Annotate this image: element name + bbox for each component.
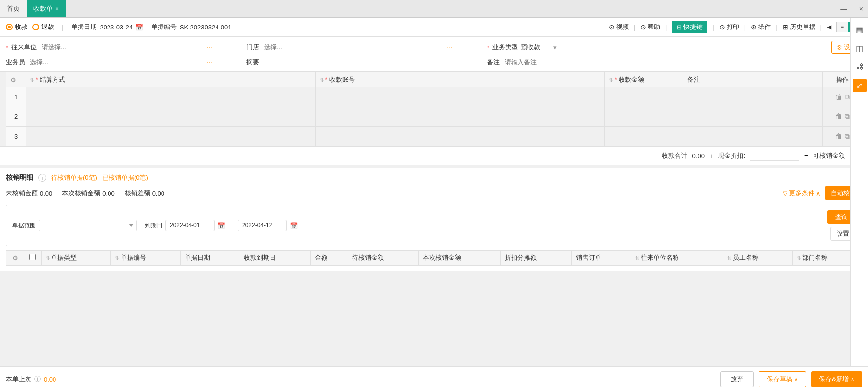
partner-input[interactable] [40, 42, 203, 52]
row-1-remark[interactable] [683, 87, 823, 107]
remark-input[interactable] [503, 57, 862, 67]
select-all-checkbox[interactable] [29, 254, 36, 260]
bottom-col-date: 单据日期 [180, 251, 240, 266]
print-label: 打印 [727, 23, 739, 31]
partner-ellipsis[interactable]: ··· [206, 43, 212, 51]
main-table-area: ⚙ ⇅ * 结算方式 ⇅ * 收款账号 ⇅ * 收款金额 [0, 72, 868, 146]
shortcut-label: 快捷键 [683, 23, 703, 31]
row-3-copy-icon[interactable]: ⧉ [845, 132, 850, 140]
more-conditions-btn[interactable]: ▽ 更多条件 ∧ [783, 189, 821, 197]
done-tab-label: 已核销单据(0笔) [102, 173, 148, 182]
row-1-copy-icon[interactable]: ⧉ [845, 93, 850, 101]
video-btn[interactable]: ⊙ 视频 [609, 23, 629, 31]
date-cal-icon-1[interactable]: 📅 [217, 222, 225, 229]
date-field: 单据日期 2023-03-24 📅 [71, 23, 143, 31]
due-date-label: 到期日 [145, 222, 163, 230]
store-ellipsis[interactable]: ··· [447, 43, 453, 51]
col-staff-label: 员工名称 [733, 254, 759, 261]
diff-stat: 核销差额 0.00 [125, 189, 164, 197]
row-2-amount[interactable] [605, 107, 683, 127]
radio-receipt[interactable]: 收款 [6, 23, 27, 31]
this-hx-stat: 本次核销金额 0.00 [62, 189, 114, 197]
bottom-col-order: 销售订单 [571, 251, 631, 266]
view-list-btn[interactable]: ≡ [836, 22, 848, 32]
radio-refund-label: 退款 [41, 23, 54, 31]
abandon-button[interactable]: 放弃 [720, 371, 754, 387]
row-1-account[interactable] [315, 87, 605, 107]
row-2-settlement[interactable] [26, 107, 316, 127]
staff-label: 业务员 [6, 58, 25, 67]
tab-home[interactable]: 首页 [0, 0, 27, 17]
window-minimize[interactable]: — [840, 5, 847, 13]
row-2-copy-icon[interactable]: ⧉ [845, 112, 850, 121]
print-btn[interactable]: ⊙ 打印 [719, 23, 739, 31]
row-3-amount[interactable] [605, 127, 683, 146]
date-cal-icon-2[interactable]: 📅 [290, 222, 298, 229]
table-settings-header: ⚙ [6, 72, 26, 87]
table-row: 1 🗑 ⧉ [6, 87, 862, 107]
date-from-input[interactable] [165, 220, 215, 231]
date-picker-icon[interactable]: 📅 [136, 24, 143, 31]
col-remark-header: 备注 [683, 72, 823, 87]
date-to-input[interactable] [238, 220, 287, 231]
window-maximize[interactable]: □ [851, 5, 855, 13]
filter-container: 单据范围 到期日 📅 — 📅 查询 设置 [6, 205, 862, 246]
this-hx-value: 0.00 [102, 190, 114, 197]
range-select[interactable] [39, 220, 137, 231]
save-draft-button[interactable]: 保存草稿 ∧ [759, 371, 806, 387]
tab-receipt-close[interactable]: × [55, 5, 59, 12]
col-amount-header: ⇅ * 收款金额 [605, 72, 683, 87]
this-order-value: 0.00 [44, 376, 56, 383]
discount-input[interactable] [750, 151, 799, 161]
pending-tab[interactable]: 待核销单据(0笔) [51, 173, 97, 182]
col-due-date-label: 收款到期日 [244, 254, 276, 261]
table-row: 3 🗑 ⧉ [6, 127, 862, 146]
history-btn[interactable]: ⊞ 历史单据 [783, 23, 815, 31]
staff-ellipsis[interactable]: ··· [206, 58, 212, 66]
bottom-col-settings: ⚙ [6, 251, 24, 266]
sidebar-icon-1[interactable]: ▦ [853, 23, 867, 36]
done-tab[interactable]: 已核销单据(0笔) [102, 173, 148, 182]
sidebar-icon-2[interactable]: ◫ [853, 41, 867, 55]
equals-sign: = [804, 152, 808, 160]
sidebar-icon-4[interactable]: ⤢ [853, 79, 867, 92]
help-btn[interactable]: ⊙ 帮助 [640, 23, 660, 31]
abandon-label: 放弃 [731, 375, 743, 383]
col-setting-icon[interactable]: ⚙ [10, 76, 16, 84]
sidebar-icon-3[interactable]: ⛓ [853, 60, 867, 74]
biz-type-dropdown[interactable]: ▾ [553, 44, 557, 51]
save-new-button[interactable]: 保存&新增 ∧ [811, 371, 862, 387]
tab-receipt[interactable]: 收款单 × [27, 0, 66, 17]
summary-input[interactable] [262, 57, 453, 67]
col-amount-label: 金额 [315, 254, 327, 261]
staff-input[interactable] [28, 57, 203, 67]
bottom-col-type: ⇅ 单据类型 [42, 251, 111, 266]
row-1-amount[interactable] [605, 87, 683, 107]
bottom-col-setting-icon[interactable]: ⚙ [12, 254, 18, 262]
radio-refund[interactable]: 退款 [32, 23, 54, 31]
partner-field: * 往来单位 ··· [6, 42, 212, 52]
row-1-delete-icon[interactable]: 🗑 [835, 93, 842, 101]
row-3-settlement[interactable] [26, 127, 316, 146]
this-order-label: 本单上次 [6, 375, 31, 384]
hx-title: 核销明细 [6, 173, 33, 182]
row-3-delete-icon[interactable]: 🗑 [835, 132, 842, 140]
row-2-delete-icon[interactable]: 🗑 [835, 112, 842, 121]
history-icon: ⊞ [783, 23, 788, 31]
shortcut-btn[interactable]: ⊟ 快捷键 [672, 21, 707, 33]
bottom-col-amount: 金额 [311, 251, 348, 266]
operation-btn[interactable]: ⊛ 操作 [751, 23, 771, 31]
radio-refund-dot [32, 24, 39, 30]
store-input[interactable] [262, 42, 444, 52]
nav-prev[interactable]: ◀ [827, 24, 831, 30]
row-2-remark[interactable] [683, 107, 823, 127]
row-3-remark[interactable] [683, 127, 823, 146]
row-1-settlement[interactable] [26, 87, 316, 107]
save-new-label: 保存&新增 [819, 375, 849, 384]
row-2-account[interactable] [315, 107, 605, 127]
row-3-account[interactable] [315, 127, 605, 146]
hx-info-icon[interactable]: i [38, 174, 46, 182]
window-close[interactable]: × [859, 5, 863, 13]
remark-label: 备注 [487, 58, 500, 67]
info-icon[interactable]: ⓘ [34, 375, 41, 384]
